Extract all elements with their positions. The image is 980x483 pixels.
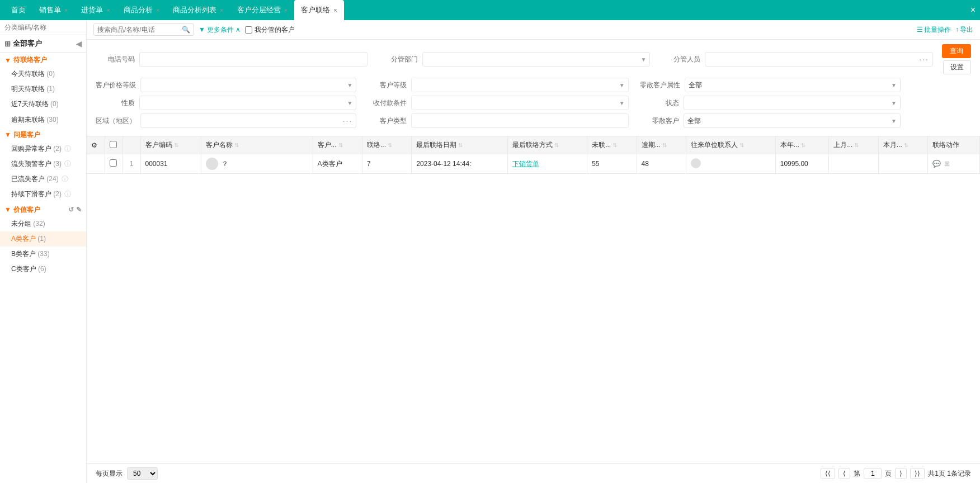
last-page-button[interactable]: ⟩⟩: [910, 468, 925, 479]
payment-arrow-icon: ▼: [619, 100, 625, 106]
nav-tab-customer-tier[interactable]: 客户分层经营 ×: [230, 0, 294, 20]
filter-phone-input[interactable]: [139, 52, 368, 67]
th-last-method-sort-icon[interactable]: ⇅: [554, 142, 559, 148]
settings-button[interactable]: 设置: [943, 60, 971, 74]
th-unit-contact-sort-icon[interactable]: ⇅: [739, 142, 744, 148]
filter-person-input[interactable]: ···: [705, 52, 933, 67]
next-page-button[interactable]: ⟩: [895, 468, 907, 479]
prev-page-button[interactable]: ⟨: [838, 468, 850, 479]
th-this-month-label: 本月...: [883, 140, 902, 150]
sidebar-item-today[interactable]: 今天待联络 (0): [0, 67, 86, 82]
nav-tab-analysis[interactable]: 商品分析 ×: [117, 0, 166, 20]
toolbar-filter-button[interactable]: ▼ 更多条件 ∧: [199, 25, 241, 35]
sidebar-item-declining[interactable]: 持续下滑客户 (2) ⓘ: [0, 187, 86, 202]
nav-analysis-close[interactable]: ×: [156, 7, 159, 13]
th-code-sort-icon[interactable]: ⇅: [174, 142, 178, 148]
th-no-contact-sort-icon[interactable]: ⇅: [613, 142, 617, 148]
th-contact-sort-icon[interactable]: ⇅: [388, 142, 392, 148]
filter-customer-type-input[interactable]: [411, 113, 628, 128]
filter-price-tier-select[interactable]: ▼: [140, 78, 356, 92]
sidebar-item-unclassified[interactable]: 未分组 (32): [0, 216, 86, 231]
sidebar-search-input[interactable]: [4, 23, 87, 31]
filter-customer-tier: 客户等级 ▼: [368, 78, 628, 92]
th-this-month-sort-icon[interactable]: ⇅: [904, 142, 908, 148]
first-page-button[interactable]: ⟨⟨: [821, 468, 835, 479]
select-all-checkbox[interactable]: [110, 141, 117, 148]
page-label: 第: [854, 469, 860, 479]
sidebar-item-tomorrow[interactable]: 明天待联络 (1): [0, 82, 86, 97]
value-refresh-icon[interactable]: ↺: [68, 206, 74, 214]
sidebar-item-7days[interactable]: 近7天待联络 (0): [0, 97, 86, 112]
toolbar-my-customers-checkbox[interactable]: 我分管的客户: [245, 25, 295, 35]
nav-tab-sales[interactable]: 销售单 ×: [32, 0, 74, 20]
customer-tier-arrow-icon: ▼: [619, 82, 625, 88]
my-customers-check[interactable]: [245, 26, 252, 34]
value-settings-icon[interactable]: ✎: [76, 206, 82, 214]
nav-tab-purchase[interactable]: 进货单 ×: [74, 0, 116, 20]
filter-status-select[interactable]: ▼: [684, 96, 901, 110]
nav-tab-analysis-list[interactable]: 商品分析列表 ×: [166, 0, 230, 20]
tomorrow-label: 明天待联络: [11, 85, 45, 93]
sidebar-item-b-class[interactable]: B类客户 (33): [0, 247, 86, 262]
row-checkbox[interactable]: [110, 159, 117, 167]
sidebar-item-repurchase-anomaly[interactable]: 回购异常客户 (2) ⓘ: [0, 141, 86, 157]
filter-nature: 性质 ▼: [96, 96, 356, 110]
churned-count: (24): [46, 175, 58, 183]
qr-icon[interactable]: ⊞: [944, 160, 950, 168]
sidebar-collapse-button[interactable]: ◀: [76, 40, 82, 48]
th-last-month-sort-icon[interactable]: ⇅: [854, 142, 859, 148]
row-last-method-link[interactable]: 下销货单: [512, 160, 539, 168]
td-checkbox: [105, 154, 123, 174]
td-last-method: 下销货单: [507, 154, 587, 174]
batch-op-button[interactable]: ☰ 批量操作: [917, 25, 951, 35]
chat-icon[interactable]: 💬: [932, 160, 941, 168]
filter-customer-tier-label: 客户等级: [368, 80, 407, 90]
th-name-sort-icon[interactable]: ⇅: [234, 142, 239, 148]
nav-purchase-close[interactable]: ×: [106, 7, 110, 13]
filter-nature-select[interactable]: ▼: [139, 96, 356, 110]
nav-tab-home[interactable]: 首页: [4, 0, 32, 20]
nav-customer-contact-close[interactable]: ×: [333, 7, 337, 13]
filter-row-3: 性质 ▼ 收付款条件 ▼ 状态 ▼: [96, 96, 971, 110]
toolbar-search-input[interactable]: [97, 26, 182, 34]
filter-customer-tier-select[interactable]: ▼: [411, 78, 628, 92]
td-last-month: [829, 154, 878, 174]
nav-tab-customer-contact[interactable]: 客户联络 ×: [294, 0, 343, 20]
th-last-date-sort-icon[interactable]: ⇅: [458, 142, 463, 148]
declining-count: (2): [53, 190, 62, 198]
repurchase-info-icon: ⓘ: [64, 145, 71, 153]
sidebar-item-churn-warning[interactable]: 流失预警客户 (3) ⓘ: [0, 157, 86, 172]
export-button[interactable]: ↑ 导出: [955, 25, 973, 35]
nav-sales-close[interactable]: ×: [64, 7, 68, 13]
query-button[interactable]: 查询: [942, 44, 971, 58]
th-type-sort-icon[interactable]: ⇅: [338, 142, 343, 148]
nav-customer-tier-close[interactable]: ×: [284, 7, 288, 13]
th-action-label: 联络动作: [932, 141, 959, 149]
filter-dept-select[interactable]: ▼: [422, 52, 651, 67]
sidebar-item-c-class[interactable]: C类客户 (6): [0, 262, 86, 277]
page-number-input[interactable]: [864, 468, 882, 479]
sidebar-item-churned[interactable]: 已流失客户 (24) ⓘ: [0, 172, 86, 187]
toolbar-search-icon[interactable]: 🔍: [182, 26, 190, 34]
7days-count: (0): [50, 100, 59, 108]
filter-scatter-customer-select[interactable]: 全部 ▼: [684, 113, 901, 128]
region-dots-icon: ···: [343, 116, 353, 125]
close-all-button[interactable]: ×: [970, 5, 976, 15]
sidebar-item-overdue[interactable]: 逾期未联络 (30): [0, 112, 86, 127]
row-name: ？: [222, 159, 228, 169]
th-gear[interactable]: ⚙: [87, 136, 105, 154]
nav-analysis-list-close[interactable]: ×: [220, 7, 223, 13]
gear-icon[interactable]: ⚙: [91, 141, 97, 149]
filter-dept: 分管部门 ▼: [379, 52, 651, 67]
filter-payment-select[interactable]: ▼: [411, 96, 628, 110]
main-layout: 🔍 ⊞ 全部客户 ◀ ▼ 待联络客户 今天待联络 (0) 明天待联络 (1) 近…: [0, 20, 980, 483]
per-page-select[interactable]: 50 100 200: [127, 467, 158, 480]
sidebar-item-a-class[interactable]: A类客户 (1): [0, 231, 86, 247]
filter-region-input[interactable]: ···: [140, 113, 356, 128]
filter-scatter-attr-select[interactable]: 全部 ▼: [685, 78, 901, 92]
td-type: A类客户: [313, 154, 362, 174]
filter-customer-type-label: 客户类型: [368, 116, 407, 126]
th-this-year-sort-icon[interactable]: ⇅: [801, 142, 805, 148]
th-overdue-sort-icon[interactable]: ⇅: [662, 142, 667, 148]
unclassified-count: (32): [33, 220, 45, 228]
